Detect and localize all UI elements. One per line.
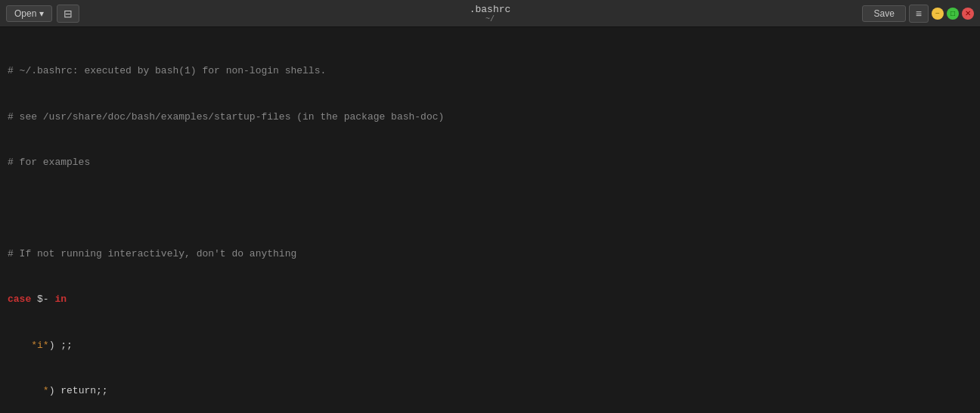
line-5: # If not running interactively, don't do… xyxy=(8,247,972,262)
save-button[interactable]: Save xyxy=(862,5,905,22)
line-8: *) return;; xyxy=(8,384,972,399)
editor[interactable]: # ~/.bashrc: executed by bash(1) for non… xyxy=(0,27,980,413)
menu-button[interactable]: ≡ xyxy=(909,5,929,23)
close-button[interactable]: ✕ xyxy=(962,8,974,20)
open-dropdown-icon: ▾ xyxy=(39,8,44,19)
titlebar-center: .bashrc ~/ xyxy=(470,4,511,23)
line-2: # see /usr/share/doc/bash/examples/start… xyxy=(8,110,972,125)
titlebar-right: Save ≡ − □ ✕ xyxy=(862,5,974,23)
line-7: *i*) ;; xyxy=(8,338,972,353)
window-subtitle: ~/ xyxy=(470,15,511,23)
line-4 xyxy=(8,201,972,216)
open-label: Open xyxy=(14,8,36,19)
line-1: # ~/.bashrc: executed by bash(1) for non… xyxy=(8,64,972,79)
titlebar-left: Open ▾ ⊟ xyxy=(6,5,79,23)
window-title: .bashrc xyxy=(470,4,511,15)
open-button[interactable]: Open ▾ xyxy=(6,5,52,22)
image-icon-button[interactable]: ⊟ xyxy=(57,5,79,23)
minimize-button[interactable]: − xyxy=(932,8,944,20)
line-3: # for examples xyxy=(8,155,972,170)
line-6: case $- in xyxy=(8,292,972,307)
maximize-button[interactable]: □ xyxy=(947,8,959,20)
titlebar: Open ▾ ⊟ .bashrc ~/ Save ≡ − □ ✕ xyxy=(0,0,980,27)
